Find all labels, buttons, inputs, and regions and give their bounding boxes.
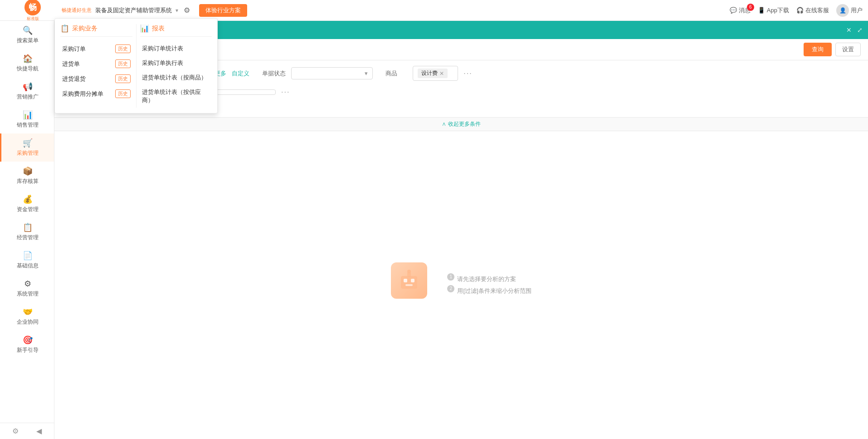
step2-num: 2 [447,285,454,292]
purchase-order-history-tag[interactable]: 历史 [115,44,131,53]
sidebar-item-basicinfo[interactable]: 📄 基础信息 [0,246,54,274]
sidebar-item-search[interactable]: 🔍 搜索菜单 [0,21,54,49]
logo-area: 畅 标准版 [5,0,60,22]
sidebar-operation-label: 经营管理 [17,234,39,242]
purchase-inbound-item[interactable]: 进货单 历史 [60,56,132,71]
date-shortcut-custom[interactable]: 自定义 [232,69,249,78]
system-icon: ⚙ [24,279,31,289]
purchase-dropdown-menu: 📋 采购业务 采购订单 历史 进货单 历史 进货退货 历史 采购费用分摊单 历史… [54,18,218,113]
sidebar-item-system[interactable]: ⚙ 系统管理 [0,274,54,302]
header-right: 💬 消息 6 📱 App下载 🎧 在线客服 👤 用户 [730,4,863,17]
report-inbound-goods-label: 进货单统计表（按商品） [142,74,207,82]
status-dropdown-icon: ▾ [365,70,368,77]
staff-more-btn[interactable]: ··· [281,88,290,96]
report-po-exec-item[interactable]: 采购订单执行表 [140,56,212,70]
collapse-bar[interactable]: ∧ 收起更多条件 [54,118,868,131]
sidebar-item-marketing[interactable]: 📢 营销推广 [0,77,54,105]
report-inbound-goods-item[interactable]: 进货单统计表（按商品） [140,70,212,85]
online-service-btn[interactable]: 🎧 在线客服 [796,6,829,15]
purchase-inbound-history-tag[interactable]: 历史 [115,59,131,68]
headset-icon: 🎧 [796,7,804,14]
sidebar-item-sales[interactable]: 📊 销售管理 [0,105,54,133]
sidebar-guide-label: 新手引导 [17,346,39,354]
purchase-expense-label: 采购费用分摊单 [62,90,103,98]
online-service-label: 在线客服 [805,6,829,15]
sidebar-item-guide[interactable]: 🎯 新手引导 [0,330,54,359]
app-download-label: App下载 [767,6,789,15]
collapse-label: 收起更多条件 [448,121,481,127]
sidebar-item-operation[interactable]: 📋 经营管理 [0,218,54,246]
collab-icon: 🤝 [23,307,33,317]
goods-tag-remove[interactable]: ✕ [439,70,444,77]
brand-name-area: 畅捷通好生意 [62,7,92,14]
sidebar-quicknav-label: 快捷导航 [17,65,39,73]
purchase-col: 📋 采购业务 采购订单 历史 进货单 历史 进货退货 历史 采购费用分摊单 历史 [60,24,132,108]
logo-icon: 畅 [24,0,41,15]
step1-num: 1 [447,273,454,281]
goods-more-btn[interactable]: ··· [463,69,472,78]
report-po-exec-label: 采购订单执行表 [142,59,183,67]
purchase-order-item[interactable]: 采购订单 历史 [60,41,132,56]
tab-expand-icon[interactable]: ⤢ [855,25,864,35]
logo-char: 畅 [29,2,37,13]
purchase-return-label: 进货退货 [62,75,86,83]
report-po-stat-label: 采购订单统计表 [142,44,183,53]
industry-btn[interactable]: 体验行业方案 [199,4,247,17]
message-btn[interactable]: 💬 消息 6 [730,6,751,15]
app-download-btn[interactable]: 📱 App下载 [758,6,789,15]
report-po-stat-item[interactable]: 采购订单统计表 [140,41,212,56]
goods-label: 商品 [385,69,407,78]
sidebar-collapse-icon[interactable]: ◀ [36,427,42,435]
setting-btn[interactable]: 设置 [835,43,861,56]
user-btn[interactable]: 👤 用户 [836,4,863,17]
report-inbound-supplier-item[interactable]: 进货单统计表（按供应商） [140,85,212,108]
empty-state: 1 请先选择要分析的方案 2 用[过滤]条件来缩小分析范围 [54,131,868,439]
brand-name: 畅捷通好生意 [62,7,92,14]
purchase-expense-history-tag[interactable]: 历史 [115,89,131,98]
purchase-col-label: 采购业务 [72,25,98,33]
guide-icon: 🎯 [23,335,33,345]
sidebar-bottom: ⚙ ◀ [0,423,54,439]
sidebar-item-inventory[interactable]: 📦 库存核算 [0,162,54,190]
empty-hint-2: 2 用[过滤]条件来缩小分析范围 [447,285,531,297]
sidebar-item-quicknav[interactable]: 🏠 快捷导航 [0,49,54,77]
query-actions: 查询 设置 [804,43,861,56]
purchase-return-history-tag[interactable]: 历史 [115,74,131,83]
sales-icon: 📊 [23,110,33,120]
goods-input[interactable]: 设计费 ✕ [413,66,458,81]
message-icon: 💬 [730,7,737,14]
report-col-icon: 📊 [140,24,149,33]
empty-image [391,262,436,308]
sidebar-item-collab[interactable]: 🤝 企业协同 [0,302,54,330]
purchase-return-item[interactable]: 进货退货 历史 [60,71,132,86]
goods-tag: 设计费 ✕ [418,69,448,78]
tab-right-buttons: ✕ ⤢ [844,25,868,35]
report-col-label: 报表 [152,25,165,33]
sidebar-item-purchase[interactable]: 🛒 采购管理 [0,133,54,162]
sidebar-settings-icon[interactable]: ⚙ [12,427,19,435]
query-btn[interactable]: 查询 [804,43,832,56]
goods-tag-value: 设计费 [421,69,438,77]
purchase-expense-item[interactable]: 采购费用分摊单 历史 [60,86,132,101]
sidebar-collab-label: 企业协同 [17,318,39,326]
sidebar-basicinfo-label: 基础信息 [17,262,39,270]
report-inbound-supplier-label: 进货单统计表（按供应商） [142,88,210,104]
svg-rect-0 [401,276,417,289]
svg-rect-3 [405,284,413,286]
sidebar: 🔍 搜索菜单 🏠 快捷导航 📢 营销推广 📊 销售管理 🛒 采购管理 📦 库存核… [0,21,54,439]
collapse-icon: ∧ [442,121,446,127]
purchase-col-icon: 📋 [60,24,69,33]
dropdown-arrow-icon[interactable]: ▾ [176,7,178,14]
system-title-area: 装备及固定资产辅助管理系统 ▾ ⚙ 体验行业方案 [92,4,247,17]
sidebar-item-finance[interactable]: 💰 资金管理 [0,190,54,218]
empty-text: 1 请先选择要分析的方案 2 用[过滤]条件来缩小分析范围 [447,273,531,297]
sidebar-search-label: 搜索菜单 [17,37,39,44]
status-select[interactable]: ▾ [291,67,373,79]
purchase-col-title: 📋 采购业务 [60,24,132,37]
search-icon: 🔍 [23,25,33,35]
tab-close-all-icon[interactable]: ✕ [844,25,853,35]
settings-gear-icon[interactable]: ⚙ [184,6,190,15]
sidebar-finance-label: 资金管理 [17,206,39,213]
home-icon: 🏠 [23,54,33,64]
sidebar-system-label: 系统管理 [17,290,39,298]
